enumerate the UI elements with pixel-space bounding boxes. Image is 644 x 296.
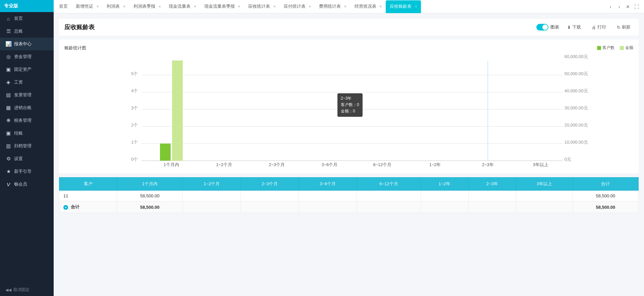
tab-scroll-right-btn[interactable]: › (615, 3, 623, 11)
print-btn[interactable]: 🖨 打印 (589, 23, 609, 32)
tab-voucher[interactable]: 新增凭证 × (72, 0, 103, 13)
sidebar-item-archive[interactable]: ▥ 归档管理 (0, 140, 54, 152)
tab-ar-stats[interactable]: 应收统计表 × (244, 0, 279, 13)
refresh-label: 刷新 (622, 24, 631, 30)
download-btn[interactable]: ⬇ 下载 (565, 23, 584, 32)
sidebar-item-salary[interactable]: ◈ 工资 (0, 76, 54, 89)
report-icon: 📊 (5, 41, 11, 47)
total-y3plus (516, 201, 573, 213)
cell-m36 (299, 191, 357, 201)
sidebar-item-funds[interactable]: ◎ 资金管理 (0, 50, 54, 63)
tab-ar-stats-close[interactable]: × (273, 4, 275, 8)
svg-text:1个: 1个 (131, 140, 138, 145)
chart-toggle-group: 图表 (536, 24, 559, 31)
total-m1: 58,500.00 (117, 201, 183, 213)
tab-expense-stats-close[interactable]: × (344, 4, 346, 8)
tab-profit-close[interactable]: × (123, 4, 125, 8)
svg-text:20,000.00元: 20,000.00元 (565, 122, 588, 128)
cell-y12 (421, 191, 468, 201)
bar-chart-svg: 0个 1个 2个 3个 4个 5个 0元 10,000.00元 20,000.0… (64, 54, 633, 168)
total-m12 (183, 201, 241, 213)
data-table: 客户 1个月内 1~2个月 2~3个月 3~6个月 6~12个月 1~2年 2~… (59, 177, 639, 213)
tab-maximize-btn[interactable]: ⛶ (633, 3, 641, 11)
page-title: 应收账龄表 (64, 23, 95, 31)
cell-m23 (241, 191, 299, 201)
sidebar-label-archive: 归档管理 (14, 143, 32, 149)
total-m23 (241, 201, 299, 213)
tab-cashflow-close[interactable]: × (194, 4, 196, 8)
tab-expense-stats[interactable]: 费用统计表 × (315, 0, 350, 13)
svg-text:6~12个月: 6~12个月 (373, 162, 392, 167)
table-wrapper: 客户 1个月内 1~2个月 2~3个月 3~6个月 6~12个月 1~2年 2~… (59, 177, 639, 213)
sidebar-item-purchase[interactable]: ▦ 进销台账 (0, 101, 54, 114)
archive-icon: ▥ (5, 143, 11, 149)
tab-expense-stats-label: 费用统计表 (319, 3, 341, 9)
tab-home[interactable]: 首页 (55, 0, 72, 13)
svg-text:3年以上: 3年以上 (533, 162, 548, 167)
sidebar-label-home: 首页 (14, 15, 23, 21)
tab-scroll-left-btn[interactable]: ‹ (606, 3, 614, 11)
sidebar-item-invoice[interactable]: ▤ 发票管理 (0, 89, 54, 101)
svg-text:30,000.00元: 30,000.00元 (565, 105, 588, 110)
tab-business-stats-close[interactable]: × (380, 4, 382, 8)
tab-cashflow-quarter-close[interactable]: × (238, 4, 240, 8)
sidebar-item-home[interactable]: ⌂ 首页 (0, 12, 54, 25)
funds-icon: ◎ (5, 54, 11, 60)
content-area: 应收账龄表 图表 ⬇ 下载 🖨 打印 ↻ 刷新 (54, 13, 644, 296)
tab-profit[interactable]: 利润表 × (103, 0, 129, 13)
tab-voucher-close[interactable]: × (97, 4, 99, 8)
cell-total: 58,500.00 (573, 191, 638, 201)
sidebar-item-settings[interactable]: ⚙ 设置 (0, 152, 54, 165)
gear-icon: ⚙ (5, 156, 11, 162)
sidebar-collapse-btn[interactable]: ◀◀ 取消固定 (0, 284, 54, 296)
sidebar-label-member: 畅会员 (14, 181, 27, 187)
cell-y23 (468, 191, 516, 201)
sidebar-item-guide[interactable]: ★ 新手引导 (0, 165, 54, 178)
tab-cashflow-label: 现金流量表 (169, 3, 191, 9)
col-header-total: 合计 (573, 178, 638, 191)
tab-close-all-btn[interactable]: ✕ (624, 3, 632, 11)
sidebar-item-closing[interactable]: ▣ 结账 (0, 127, 54, 140)
total-y12 (421, 201, 468, 213)
cell-y3plus (516, 191, 573, 201)
table-row: 11 58,500.00 58,500.00 (59, 191, 639, 201)
tab-profit-quarter-close[interactable]: × (159, 4, 161, 8)
chart-toggle-label: 图表 (550, 24, 559, 30)
tab-ap-stats-close[interactable]: × (309, 4, 311, 8)
sidebar-item-tax[interactable]: ❋ 税务管理 (0, 114, 54, 127)
cell-m12 (183, 191, 241, 201)
sidebar-item-member[interactable]: V 畅会员 (0, 178, 54, 191)
col-header-m612: 6~12个月 (357, 178, 421, 191)
refresh-btn[interactable]: ↻ 刷新 (614, 23, 633, 32)
print-icon: 🖨 (592, 25, 596, 30)
col-header-y12: 1~2年 (421, 178, 468, 191)
svg-text:10,000.00元: 10,000.00元 (565, 140, 588, 145)
tab-ar-aging-close[interactable]: × (415, 4, 417, 8)
total-icon: ● (63, 205, 68, 210)
sidebar-item-report[interactable]: 📊 报表中心 (0, 38, 54, 50)
cell-m612 (357, 191, 421, 201)
tab-cashflow[interactable]: 现金流量表 × (165, 0, 200, 13)
chart-toggle[interactable] (536, 24, 548, 31)
ledger-icon: ☰ (5, 28, 11, 34)
sidebar-label-report: 报表中心 (14, 41, 32, 47)
col-header-m12: 1~2个月 (183, 178, 241, 191)
sidebar-label-ledger: 总账 (14, 28, 23, 34)
col-header-m23: 2~3个月 (241, 178, 299, 191)
tab-cashflow-quarter[interactable]: 现金流量表季报 × (200, 0, 244, 13)
table-header-row: 客户 1个月内 1~2个月 2~3个月 3~6个月 6~12个月 1~2年 2~… (59, 178, 639, 191)
sidebar-item-assets[interactable]: ▣ 固定资产 (0, 63, 54, 76)
chart-legend: 客户数 金额 (597, 45, 633, 51)
svg-text:4个: 4个 (131, 88, 138, 93)
total-y23 (468, 201, 516, 213)
tab-ar-aging[interactable]: 应收账龄表 × (386, 0, 421, 13)
svg-text:2个: 2个 (131, 122, 138, 128)
sidebar-item-ledger[interactable]: ☰ 总账 (0, 25, 54, 38)
legend-customers-dot (597, 46, 601, 50)
tab-business-stats[interactable]: 经营状况表 × (351, 0, 386, 13)
tab-ap-stats[interactable]: 应付统计表 × (280, 0, 315, 13)
svg-text:5个: 5个 (131, 71, 138, 76)
legend-customers: 客户数 (597, 45, 614, 51)
svg-text:3~6个月: 3~6个月 (322, 162, 338, 167)
tab-profit-quarter[interactable]: 利润表季报 × (129, 0, 165, 13)
